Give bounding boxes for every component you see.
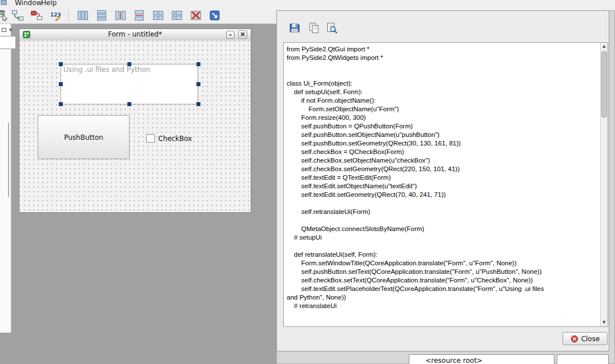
code-line: def setupUi(self, Form):	[287, 88, 599, 96]
code-line: and Python", None))	[287, 293, 599, 302]
toolbar-separator	[69, 9, 70, 22]
selection-handle[interactable]	[196, 102, 200, 106]
close-circle-icon	[570, 335, 578, 343]
textedit-placeholder: Using .ui files and Python	[63, 66, 150, 74]
dock-float-icon	[2, 28, 6, 32]
edit-buddies-button[interactable]	[30, 9, 43, 22]
lay-out-horizontally-in-splitter-button[interactable]	[114, 9, 127, 22]
scrollbar-down-arrow[interactable]: ▼	[601, 319, 608, 326]
lay-out-vertically-icon	[95, 9, 108, 22]
code-line: QMetaObject.connectSlotsByName(Form)	[287, 225, 599, 233]
adjust-size-button[interactable]	[208, 9, 221, 22]
resource-root-item[interactable]: <resource root>	[409, 354, 554, 364]
code-line: self.textEdit.setObjectName(u"textEdit")	[287, 182, 599, 191]
copy-button[interactable]	[308, 22, 320, 34]
code-line: self.checkBox.setGeometry(QRect(220, 150…	[287, 165, 599, 173]
edit-widgets-icon	[0, 9, 9, 22]
copy-icon	[308, 22, 320, 34]
code-line: self.retranslateUi(Form)	[287, 208, 599, 216]
lay-out-in-form-layout-icon	[171, 9, 183, 22]
selection-handle[interactable]	[59, 62, 63, 66]
lay-out-vertically-in-splitter-button[interactable]	[133, 9, 146, 22]
form-designer-window: Form - untitled* - × Using .ui files and…	[19, 29, 251, 213]
lay-out-vertically-button[interactable]	[95, 9, 108, 22]
lay-out-in-grid-icon	[152, 9, 164, 22]
code-scrollbar[interactable]: ▲ ▼	[600, 43, 608, 326]
form-minimize-button[interactable]: -	[226, 31, 235, 39]
resource-side-panel	[557, 354, 609, 364]
edit-signals-slots-button[interactable]	[11, 9, 24, 22]
code-line: self.checkBox = QCheckBox(Form)	[287, 148, 599, 156]
lay-out-horizontally-button[interactable]	[77, 9, 89, 22]
code-line: self.pushButton = QPushButton(Form)	[287, 122, 599, 131]
adjust-size-icon	[208, 9, 221, 22]
widget-box-scrollbar[interactable]	[8, 123, 9, 197]
scrollbar-up-arrow[interactable]: ▲	[601, 43, 608, 50]
lay-out-vertically-in-splitter-icon	[133, 9, 146, 22]
qt-designer-screen: Window Help	[0, 0, 615, 364]
selection-handle[interactable]	[59, 82, 63, 86]
lay-out-horizontally-in-splitter-icon	[114, 9, 127, 22]
code-line: Form.setObjectName(u"Form")	[287, 105, 599, 114]
form-close-button[interactable]: ×	[238, 30, 247, 39]
pushbutton-widget[interactable]: PushButton	[38, 115, 130, 159]
dock-close-button[interactable]: ×	[7, 27, 14, 33]
dock-float-button[interactable]	[1, 27, 7, 33]
save-button[interactable]	[288, 22, 301, 34]
break-layout-button[interactable]	[190, 9, 202, 22]
menu-help[interactable]: Help	[41, 0, 57, 7]
save-icon	[288, 22, 301, 34]
widget-box-panel: ×	[0, 24, 11, 333]
edit-tab-order-button[interactable]: 123	[49, 9, 62, 22]
find-icon	[325, 22, 338, 34]
selection-handle[interactable]	[196, 62, 200, 66]
code-line	[287, 199, 599, 208]
resource-root-label: <resource root>	[425, 357, 483, 364]
scrollbar-handle[interactable]	[601, 51, 607, 118]
code-lines: from PySide2.QtGui import *from PySide2.…	[284, 43, 600, 326]
code-line: def retranslateUi(self, Form):	[287, 250, 599, 259]
code-line: class Ui_Form(object):	[287, 79, 599, 88]
textedit-widget[interactable]: Using .ui files and Python	[61, 64, 198, 104]
code-line: from PySide2.QtWidgets import *	[287, 54, 599, 62]
pushbutton-label: PushButton	[64, 134, 103, 141]
edit-tab-order-icon: 123	[49, 9, 62, 22]
form-canvas[interactable]: Using .ui files and Python PushButton Ch…	[19, 41, 251, 212]
edit-buddies-icon	[30, 9, 43, 22]
code-line	[287, 62, 599, 71]
form-window-titlebar[interactable]: Form - untitled* - ×	[19, 29, 251, 41]
dialog-close-button[interactable]: Close	[562, 332, 608, 345]
selection-handle[interactable]	[127, 62, 131, 66]
checkbox-widget[interactable]: CheckBox	[146, 127, 204, 150]
break-layout-icon	[190, 9, 202, 22]
selection-handle[interactable]	[196, 82, 200, 86]
code-line	[287, 216, 599, 225]
code-line: self.checkBox.setObjectName(u"checkBox")	[287, 156, 599, 165]
selection-handle[interactable]	[127, 102, 131, 106]
menu-grip-icon	[1, 0, 7, 6]
form-window-title: Form - untitled*	[19, 30, 251, 38]
edit-widgets-button[interactable]	[0, 9, 9, 22]
code-line: self.pushButton.setObjectName(u"pushButt…	[287, 131, 599, 139]
code-line: self.textEdit = QTextEdit(Form)	[287, 173, 599, 182]
menu-window[interactable]: Window	[15, 0, 42, 7]
code-line: # setupUi	[287, 233, 599, 242]
checkbox-indicator[interactable]	[146, 134, 155, 143]
dialog-close-label: Close	[581, 335, 600, 343]
widget-filter-input[interactable]	[0, 36, 16, 49]
code-line: Form.setWindowTitle(QCoreApplication.tra…	[287, 259, 599, 268]
code-view[interactable]: from PySide2.QtGui import *from PySide2.…	[283, 42, 608, 327]
lay-out-horizontally-icon	[77, 9, 89, 22]
code-line: self.pushButton.setGeometry(QRect(30, 13…	[287, 139, 599, 148]
code-line: Form.resize(400, 300)	[287, 114, 599, 122]
code-line: self.checkBox.setText(QCoreApplication.t…	[287, 276, 599, 285]
edit-signals-slots-icon	[11, 9, 24, 22]
code-line: if not Form.objectName():	[287, 96, 599, 105]
code-line: from PySide2.QtGui import *	[287, 45, 599, 54]
menubar: Window Help	[0, 0, 615, 7]
lay-out-in-form-layout-button[interactable]	[171, 9, 183, 22]
find-button[interactable]	[325, 22, 338, 34]
code-preview-dialog: from PySide2.QtGui import *from PySide2.…	[276, 10, 609, 351]
selection-handle[interactable]	[59, 102, 63, 106]
lay-out-in-grid-button[interactable]	[152, 9, 164, 22]
